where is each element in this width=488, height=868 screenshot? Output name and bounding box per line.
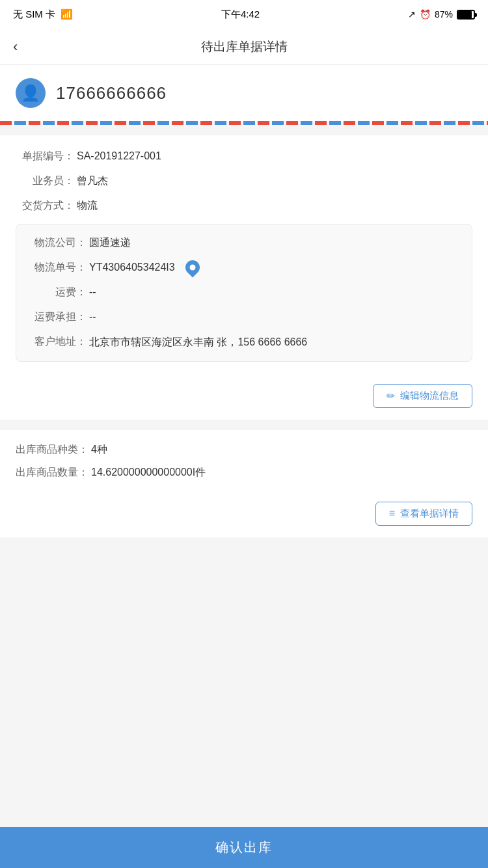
tracking-number-label: 物流单号： (28, 260, 87, 275)
delivery-method-row: 交货方式： 物流 (16, 198, 472, 213)
logistics-company-row: 物流公司： 圆通速递 (28, 235, 460, 251)
product-quantity-label: 出库商品数量： (16, 466, 88, 480)
doc-number-label: 单据编号： (16, 148, 74, 164)
address-value: 北京市市辖区海淀区永丰南 张，156 6666 6666 (89, 334, 460, 351)
product-types-row: 出库商品种类： 4种 (16, 443, 472, 457)
edit-logistics-button[interactable]: ✏ 编辑物流信息 (373, 384, 472, 408)
freight-bearer-value: -- (89, 309, 460, 325)
address-row: 客户地址： 北京市市辖区海淀区永丰南 张，156 6666 6666 (28, 334, 460, 351)
confirm-btn-container: 确认出库 (0, 827, 488, 868)
doc-icon: ≡ (389, 508, 395, 519)
logistics-company-label: 物流公司： (28, 235, 87, 251)
product-quantity-row: 出库商品数量： 14.620000000000000I件 (16, 466, 472, 480)
delivery-method-label: 交货方式： (16, 198, 74, 213)
confirm-button[interactable]: 确认出库 (0, 839, 488, 856)
freight-bearer-label: 运费承担： (28, 309, 87, 325)
salesperson-label: 业务员： (16, 173, 74, 189)
edit-logistics-container: ✏ 编辑物流信息 (0, 375, 488, 420)
page-wrapper: 无 SIM 卡 📶 下午4:42 ↗ ⏰ 87% ‹ 待出库单据详情 👤 176… (0, 0, 488, 868)
nav-bar: ‹ 待出库单据详情 (0, 29, 488, 65)
back-button[interactable]: ‹ (13, 38, 18, 55)
freight-bearer-row: 运费承担： -- (28, 309, 460, 325)
edit-logistics-label: 编辑物流信息 (400, 390, 459, 402)
product-quantity-value: 14.620000000000000I件 (91, 466, 206, 480)
battery-icon (457, 10, 475, 20)
doc-number-value: SA-20191227-001 (77, 148, 472, 164)
carrier-label: 无 SIM 卡 (13, 8, 55, 21)
product-types-label: 出库商品种类： (16, 443, 88, 457)
customer-header: 👤 17666666666 (0, 65, 488, 121)
product-info-section: 出库商品种类： 4种 出库商品数量： 14.620000000000000I件 (0, 430, 488, 493)
salesperson-value: 曾凡杰 (77, 173, 472, 189)
freight-label: 运费： (28, 284, 87, 300)
bottom-spacer (0, 537, 488, 822)
edit-icon: ✏ (386, 390, 395, 402)
salesperson-row: 业务员： 曾凡杰 (16, 173, 472, 189)
location-icon: ↗ (408, 9, 416, 20)
view-details-container: ≡ 查看单据详情 (0, 493, 488, 537)
tracking-number-value: YT43064053424I3 (89, 260, 460, 275)
address-label: 客户地址： (28, 334, 87, 349)
status-bar: 无 SIM 卡 📶 下午4:42 ↗ ⏰ 87% (0, 0, 488, 29)
tracking-number-row: 物流单号： YT43064053424I3 (28, 260, 460, 275)
battery-label: 87% (435, 9, 453, 20)
section-gap-1 (0, 125, 488, 135)
view-details-button[interactable]: ≡ 查看单据详情 (375, 502, 472, 526)
document-info-section: 单据编号： SA-20191227-001 业务员： 曾凡杰 交货方式： 物流 … (0, 135, 488, 375)
status-left: 无 SIM 卡 📶 (13, 8, 73, 21)
wifi-icon: 📶 (61, 8, 73, 20)
status-right: ↗ ⏰ 87% (408, 9, 475, 20)
avatar: 👤 (16, 78, 46, 108)
page-title: 待出库单据详情 (201, 38, 288, 55)
logistics-company-value: 圆通速递 (89, 235, 460, 251)
freight-value: -- (89, 284, 460, 300)
alarm-icon: ⏰ (420, 9, 431, 20)
customer-phone: 17666666666 (56, 83, 167, 103)
delivery-method-value: 物流 (77, 198, 472, 213)
section-gap-2 (0, 420, 488, 430)
view-details-label: 查看单据详情 (400, 508, 459, 520)
doc-number-row: 单据编号： SA-20191227-001 (16, 148, 472, 164)
person-icon: 👤 (21, 84, 40, 102)
product-types-value: 4种 (91, 443, 107, 457)
time-label: 下午4:42 (221, 8, 260, 21)
logistics-card: 物流公司： 圆通速递 物流单号： YT43064053424I3 运费： -- … (16, 224, 472, 362)
location-pin-icon[interactable] (182, 257, 202, 277)
freight-row: 运费： -- (28, 284, 460, 300)
